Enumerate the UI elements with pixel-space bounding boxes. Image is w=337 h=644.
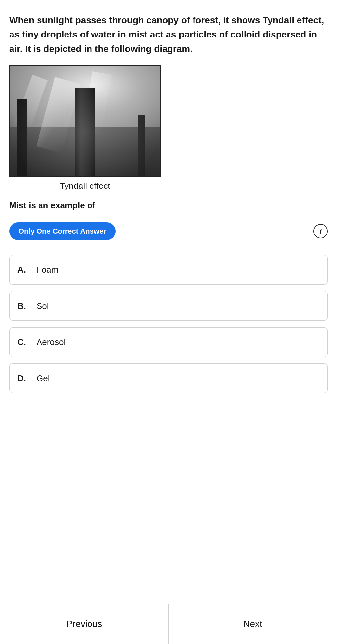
option-a-text: Foam — [37, 265, 58, 275]
option-d[interactable]: D. Gel — [9, 363, 328, 393]
option-b-text: Sol — [37, 301, 49, 311]
option-d-text: Gel — [37, 373, 50, 384]
previous-button[interactable]: Previous — [0, 604, 168, 644]
image-container: Tyndall effect — [9, 65, 328, 191]
option-a-letter: A. — [17, 265, 27, 275]
page-container: When sunlight passes through canopy of f… — [0, 0, 337, 644]
question-text: When sunlight passes through canopy of f… — [9, 13, 328, 56]
options-container: A. Foam B. Sol C. Aerosol D. Gel — [9, 255, 328, 393]
info-icon[interactable]: i — [313, 224, 328, 238]
answer-type-row: Only One Correct Answer i — [9, 222, 328, 240]
option-c-text: Aerosol — [37, 337, 65, 347]
answer-type-badge[interactable]: Only One Correct Answer — [9, 222, 116, 240]
mist-overlay — [10, 66, 160, 176]
option-c[interactable]: C. Aerosol — [9, 327, 328, 357]
option-b-letter: B. — [17, 301, 27, 311]
tyndall-image — [9, 65, 161, 177]
next-button[interactable]: Next — [168, 604, 337, 644]
option-a[interactable]: A. Foam — [9, 255, 328, 285]
option-d-letter: D. — [17, 373, 27, 384]
option-c-letter: C. — [17, 337, 27, 347]
divider — [9, 247, 328, 247]
image-caption: Tyndall effect — [9, 181, 161, 191]
sub-question: Mist is an example of — [9, 200, 328, 211]
option-b[interactable]: B. Sol — [9, 291, 328, 321]
bottom-nav: Previous Next — [0, 604, 337, 644]
